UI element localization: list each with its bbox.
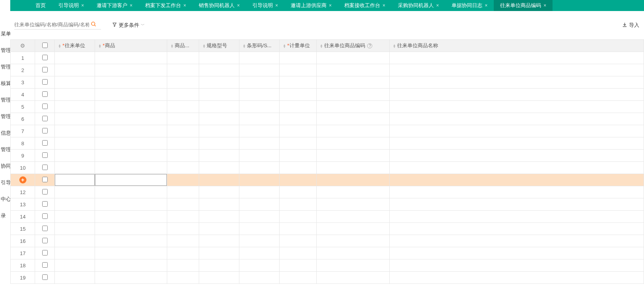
column-header-product[interactable]: ▲▼*商品 (95, 40, 167, 52)
sidebar-item[interactable]: 协同 (0, 158, 10, 174)
row-checkbox[interactable] (42, 116, 48, 121)
tab[interactable]: 单据协同日志× (445, 0, 494, 11)
column-header-unit[interactable]: ▲▼*计量单位 (280, 40, 317, 52)
table-row[interactable]: 7 (11, 125, 644, 137)
sidebar-item[interactable]: 管理 (0, 141, 10, 158)
table-row[interactable]: 19 (11, 272, 644, 284)
table-row[interactable]: 8 (11, 137, 644, 150)
cell-partner_code[interactable] (316, 64, 389, 76)
cell-partner[interactable] (55, 174, 95, 186)
cell-product_trunc[interactable] (167, 186, 199, 198)
table-row[interactable]: 4 (11, 89, 644, 101)
close-icon[interactable]: × (329, 3, 332, 8)
cell-partner[interactable] (55, 64, 95, 76)
cell-barcode[interactable] (239, 64, 280, 76)
cell-product_trunc[interactable] (167, 125, 199, 137)
cell-spec[interactable] (199, 52, 239, 64)
column-header-partner[interactable]: ▲▼*往来单位 (55, 40, 95, 52)
more-conditions-button[interactable]: 更多条件 ﹀ (112, 22, 145, 29)
table-row[interactable]: 6 (11, 113, 644, 125)
cell-product[interactable] (95, 113, 167, 125)
table-row[interactable]: 16 (11, 235, 644, 247)
close-icon[interactable]: × (275, 3, 278, 8)
table-row[interactable]: 13 (11, 198, 644, 211)
cell-partner_name[interactable] (390, 64, 644, 76)
cell-unit[interactable] (280, 259, 317, 272)
row-checkbox[interactable] (42, 213, 48, 219)
table-row[interactable]: 2 (11, 64, 644, 76)
table-row[interactable]: 15 (11, 223, 644, 235)
cell-unit[interactable] (280, 52, 317, 64)
table-row[interactable]: 3 (11, 76, 644, 89)
tab[interactable]: 采购协同机器人× (392, 0, 445, 11)
cell-product_trunc[interactable] (167, 259, 199, 272)
close-icon[interactable]: × (237, 3, 240, 8)
cell-barcode[interactable] (239, 186, 280, 198)
row-checkbox[interactable] (42, 128, 48, 133)
cell-spec[interactable] (199, 272, 239, 284)
cell-spec[interactable] (199, 125, 239, 137)
cell-barcode[interactable] (239, 52, 280, 64)
cell-barcode[interactable] (239, 125, 280, 137)
cell-product[interactable] (95, 52, 167, 64)
cell-partner_name[interactable] (390, 174, 644, 186)
cell-partner_code[interactable] (316, 76, 389, 89)
cell-unit[interactable] (280, 174, 317, 186)
cell-barcode[interactable] (239, 211, 280, 223)
cell-spec[interactable] (199, 76, 239, 89)
cell-product_trunc[interactable] (167, 247, 199, 259)
tab[interactable]: 销售协同机器人× (192, 0, 246, 11)
close-icon[interactable]: × (130, 3, 133, 8)
cell-barcode[interactable] (239, 150, 280, 162)
cell-barcode[interactable] (239, 113, 280, 125)
cell-unit[interactable] (280, 76, 317, 89)
cell-partner_name[interactable] (390, 137, 644, 150)
cell-partner[interactable] (55, 223, 95, 235)
cell-partner_code[interactable] (316, 52, 389, 64)
cell-partner_code[interactable] (316, 259, 389, 272)
cell-partner[interactable] (55, 259, 95, 272)
close-icon[interactable]: × (183, 3, 186, 8)
close-icon[interactable]: × (543, 3, 546, 8)
help-icon[interactable]: ? (367, 43, 372, 48)
cell-partner_name[interactable] (390, 211, 644, 223)
cell-spec[interactable] (199, 89, 239, 101)
cell-partner[interactable] (55, 272, 95, 284)
cell-partner[interactable] (55, 52, 95, 64)
cell-product_trunc[interactable] (167, 272, 199, 284)
cell-spec[interactable] (199, 137, 239, 150)
cell-unit[interactable] (280, 223, 317, 235)
cell-product_trunc[interactable] (167, 101, 199, 113)
cell-partner_code[interactable] (316, 125, 389, 137)
table-row[interactable]: 1 (11, 52, 644, 64)
cell-barcode[interactable] (239, 223, 280, 235)
row-checkbox[interactable] (42, 226, 48, 231)
sidebar-item[interactable]: 管理 (0, 108, 10, 125)
cell-partner_code[interactable] (316, 235, 389, 247)
cell-partner_name[interactable] (390, 162, 644, 174)
table-row[interactable]: 10 (11, 162, 644, 174)
cell-product_trunc[interactable] (167, 113, 199, 125)
cell-partner_code[interactable] (316, 101, 389, 113)
cell-unit[interactable] (280, 247, 317, 259)
row-checkbox[interactable] (42, 104, 48, 109)
cell-product_trunc[interactable] (167, 52, 199, 64)
cell-partner_code[interactable] (316, 247, 389, 259)
tab[interactable]: 邀请下游客户× (90, 0, 139, 11)
cell-product[interactable] (95, 89, 167, 101)
cell-product_trunc[interactable] (167, 223, 199, 235)
column-header-barcode[interactable]: ▲▼条形码/S... (239, 40, 280, 52)
column-header-partner_name[interactable]: ▲▼往来单位商品名称 (390, 40, 644, 52)
cell-barcode[interactable] (239, 174, 280, 186)
cell-partner[interactable] (55, 125, 95, 137)
cell-barcode[interactable] (239, 101, 280, 113)
row-checkbox[interactable] (42, 67, 48, 72)
cell-product[interactable] (95, 272, 167, 284)
cell-partner_name[interactable] (390, 113, 644, 125)
row-checkbox[interactable] (42, 201, 48, 207)
cell-partner_name[interactable] (390, 223, 644, 235)
row-checkbox[interactable] (42, 91, 48, 97)
cell-partner_code[interactable] (316, 89, 389, 101)
cell-partner[interactable] (55, 101, 95, 113)
cell-product[interactable] (95, 235, 167, 247)
